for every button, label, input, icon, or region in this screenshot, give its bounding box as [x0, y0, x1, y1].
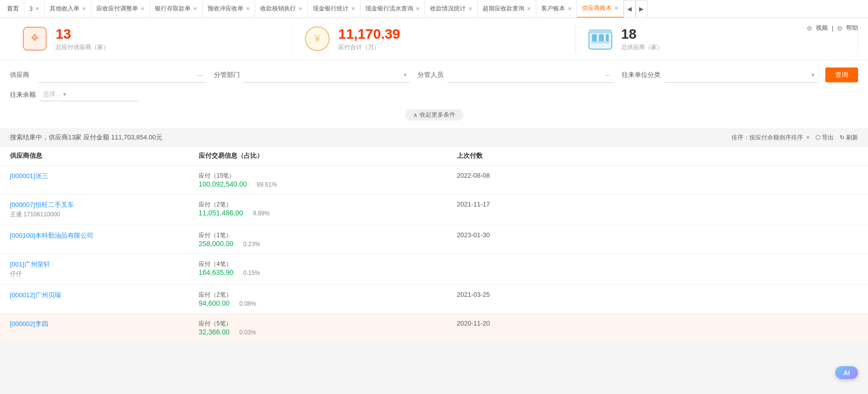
supplier-link-1[interactable]: [000001]张三: [10, 172, 48, 180]
supplier-link-6[interactable]: [000002]李四: [10, 320, 48, 328]
svg-rect-7: [606, 34, 609, 41]
supplier-input[interactable]: [42, 69, 197, 80]
export-btn[interactable]: ⬡ 导出: [815, 133, 834, 142]
stat-info-2: 11,170.39 应付合计（万）: [338, 26, 400, 52]
nav-right-arrow[interactable]: ▶: [636, 0, 648, 18]
nav-tab-receipt-stat-close[interactable]: ✕: [468, 6, 472, 11]
sort-dropdown-icon[interactable]: ▾: [806, 134, 809, 141]
transaction-info-5: 应付（2笔） 94,600.00 0.08%: [199, 291, 457, 307]
table-row: [000012]广州贝瑞 应付（2笔） 94,600.00 0.08% 2021…: [0, 285, 868, 314]
nav-tab-other-income-label: 其他收入单: [50, 4, 79, 13]
nav-tab-bank-deposit[interactable]: 银行存取款单 ✕: [150, 0, 203, 18]
supplier-info-4: [001]广州荣轩 仔仔: [10, 260, 199, 278]
person-input-wrapper[interactable]: ···: [447, 67, 614, 83]
collapse-button[interactable]: ∧ 收起更多条件: [405, 109, 463, 121]
svg-rect-8: [589, 29, 612, 33]
supplier-link-3[interactable]: [000100]本特勤油品有限公司: [10, 232, 93, 239]
refresh-btn[interactable]: ↻ 刷新: [840, 133, 858, 142]
nav-tab-overdue-close[interactable]: ✕: [527, 6, 531, 11]
search-row-1: 供应商 ··· 分管部门 ▾ 分管人员 ··· 往来单位分类: [10, 67, 858, 83]
nav-tab-prepay-label: 预收冲应收单: [208, 4, 243, 13]
nav-tab-bank-close[interactable]: ✕: [193, 6, 197, 11]
collapse-btn-label: 收起更多条件: [420, 111, 455, 119]
nav-tab-ar-ap-adjust[interactable]: 应收应付调整单 ✕: [91, 0, 150, 18]
nav-tab-other-income-close[interactable]: ✕: [82, 6, 86, 11]
nav-tab-other-income[interactable]: 其他收入单 ✕: [45, 0, 91, 18]
supplier-dots-btn[interactable]: ···: [197, 71, 203, 79]
nav-tab-prepay-ar[interactable]: 预收冲应收单 ✕: [203, 0, 255, 18]
nav-tab-cash-stat-close[interactable]: ✕: [351, 6, 355, 11]
person-input[interactable]: [450, 69, 605, 80]
dept-dropdown-icon[interactable]: ▾: [404, 71, 407, 78]
table-row: [000001]张三 应付（15笔） 100,092,540.00 89.61%…: [0, 166, 868, 195]
trans-amount-4[interactable]: 164,635.90: [199, 268, 233, 276]
nav-tab-3-label: 3: [29, 5, 33, 12]
dept-input[interactable]: [247, 69, 402, 80]
category-input[interactable]: [667, 69, 810, 80]
trans-amount-2[interactable]: 11,051,486.00: [199, 209, 243, 217]
stat-icon-2: ¥: [302, 24, 332, 54]
help-link[interactable]: 帮助: [846, 24, 858, 32]
video-link[interactable]: 视频: [816, 24, 828, 32]
stat-label-3: 总供应商（家）: [621, 43, 663, 52]
supplier-info-3: [000100]本特勤油品有限公司: [10, 231, 199, 240]
lastpay-info-2: 2021-11-17: [457, 200, 858, 208]
person-field: 分管人员 ···: [418, 67, 614, 83]
nav-tab-receipt-label: 收款核销执行: [260, 4, 296, 13]
nav-tab-receipt-close[interactable]: ✕: [298, 6, 302, 11]
result-text: 搜索结果中，供应商13家 应付金额 111,703,854.00元: [10, 133, 162, 142]
nav-tab-customer-label: 客户账本: [541, 4, 565, 13]
top-right-links: ⊙ 视频 | ⊙ 帮助: [807, 24, 858, 32]
trans-amount-3[interactable]: 258,000.00: [199, 240, 233, 248]
nav-tab-cash-flow-close[interactable]: ✕: [416, 6, 420, 11]
supplier-input-wrapper[interactable]: ···: [39, 67, 206, 83]
supplier-link-4[interactable]: [001]广州荣轩: [10, 261, 50, 268]
category-input-wrapper[interactable]: ▾: [664, 67, 818, 83]
person-dots-btn[interactable]: ···: [605, 71, 611, 79]
nav-tab-receipt-verify[interactable]: 收款核销执行 ✕: [255, 0, 308, 18]
supplier-field: 供应商 ···: [10, 67, 206, 83]
nav-tab-cash-flow-label: 现金银行流水查询: [365, 4, 413, 13]
balance-field: 往来余额 选择... ▾: [10, 88, 139, 101]
nav-tab-ar-ap-close[interactable]: ✕: [141, 6, 145, 11]
balance-dropdown-icon[interactable]: ▾: [63, 91, 66, 98]
nav-tab-overdue-ar[interactable]: 超期应收款查询 ✕: [478, 0, 536, 18]
stat-number-1: 13: [56, 26, 109, 42]
nav-tab-cash-bank-stat[interactable]: 现金银行统计 ✕: [308, 0, 361, 18]
nav-tab-cash-bank-flow[interactable]: 现金银行流水查询 ✕: [361, 0, 425, 18]
balance-label: 往来余额: [10, 90, 36, 99]
nav-tab-receipt-stat[interactable]: 收款情况统计 ✕: [425, 0, 478, 18]
stat-number-3: 18: [621, 26, 663, 42]
nav-tab-3-close[interactable]: ✕: [35, 6, 39, 11]
search-button[interactable]: 查询: [825, 67, 858, 82]
trans-amount-1[interactable]: 100,092,540.00: [199, 180, 247, 188]
result-bar: 搜索结果中，供应商13家 应付金额 111,703,854.00元 排序：按应付…: [0, 129, 868, 146]
table-header: 供应商信息 应付交易信息（占比） 上次付数: [0, 146, 868, 166]
supplier-link-2[interactable]: [000007]恒旺二手叉车: [10, 201, 74, 208]
stat-icon-3: [585, 24, 615, 54]
transaction-info-2: 应付（2笔） 11,051,486.00 9.89%: [199, 200, 457, 217]
nav-tab-3[interactable]: 3 ✕: [24, 0, 45, 18]
balance-input-wrapper[interactable]: 选择... ▾: [40, 88, 139, 101]
separator: |: [832, 25, 833, 32]
nav-tab-supplier-close[interactable]: ✕: [614, 5, 618, 11]
trans-amount-5[interactable]: 94,600.00: [199, 299, 229, 307]
svg-rect-9: [591, 41, 610, 43]
stat-number-2: 11,170.39: [338, 26, 400, 42]
nav-tab-home[interactable]: 首页: [2, 0, 24, 18]
dept-input-wrapper[interactable]: ▾: [244, 67, 410, 83]
table-row: [001]广州荣轩 仔仔 应付（4笔） 164,635.90 0.15%: [0, 254, 868, 285]
nav-tab-prepay-close[interactable]: ✕: [246, 6, 250, 11]
stat-label-2: 应付合计（万）: [338, 43, 400, 52]
trans-label-3: 应付（1笔）: [199, 231, 457, 240]
category-dropdown-icon[interactable]: ▾: [811, 71, 814, 78]
trans-percent-6: 0.03%: [239, 329, 256, 336]
svg-rect-6: [599, 34, 604, 41]
trans-amount-6[interactable]: 32,366.00: [199, 328, 229, 336]
lastpay-info-1: 2022-08-08: [457, 172, 858, 179]
nav-tab-customer-ledger[interactable]: 客户账本 ✕: [536, 0, 577, 18]
nav-tab-customer-close[interactable]: ✕: [568, 6, 572, 11]
nav-left-arrow[interactable]: ◀: [624, 0, 636, 18]
nav-tab-supplier-ledger[interactable]: 供应商账本 ✕: [577, 0, 624, 18]
supplier-link-5[interactable]: [000012]广州贝瑞: [10, 291, 61, 299]
